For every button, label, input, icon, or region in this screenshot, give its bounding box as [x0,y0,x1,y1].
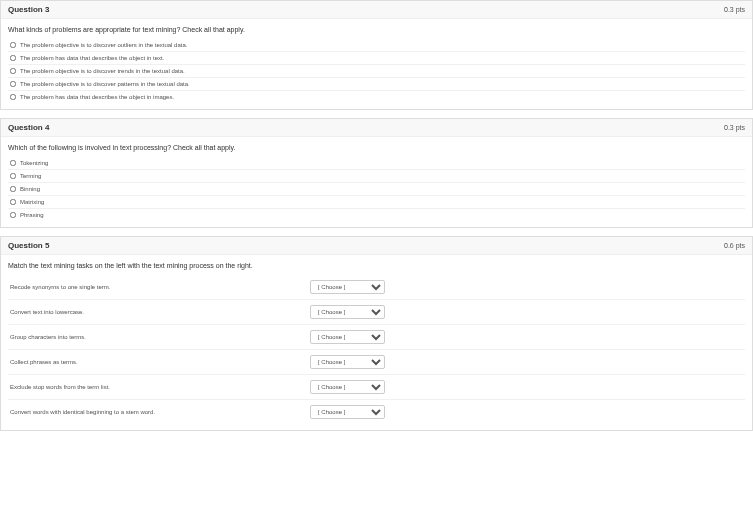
question-4-body: Which of the following is involved in te… [1,137,752,227]
match-label: Group characters into terms. [10,334,310,340]
checkbox[interactable] [10,68,16,74]
option-label: The problem objective is to discover out… [20,42,187,48]
match-select[interactable]: [ Choose ] [310,405,385,419]
match-label: Exclude stop words from the term list. [10,384,310,390]
question-3: Question 3 0.3 pts What kinds of problem… [0,0,753,110]
question-5-body: Match the text mining tasks on the left … [1,255,752,430]
checkbox[interactable] [10,186,16,192]
option-label: Binning [20,186,40,192]
checkbox[interactable] [10,42,16,48]
option-label: Matrixing [20,199,44,205]
match-row: Exclude stop words from the term list. [… [8,375,745,400]
question-5: Question 5 0.6 pts Match the text mining… [0,236,753,431]
question-4-option[interactable]: Matrixing [8,196,745,209]
match-label: Recode synonyms to one single term. [10,284,310,290]
match-row: Group characters into terms. [ Choose ] [8,325,745,350]
question-3-header: Question 3 0.3 pts [1,1,752,19]
question-4-points: 0.3 pts [724,124,745,131]
match-select[interactable]: [ Choose ] [310,330,385,344]
checkbox[interactable] [10,160,16,166]
question-3-option[interactable]: The problem has data that describes the … [8,52,745,65]
question-4-title: Question 4 [8,123,49,132]
question-4: Question 4 0.3 pts Which of the followin… [0,118,753,228]
option-label: The problem objective is to discover pat… [20,81,190,87]
question-3-title: Question 3 [8,5,49,14]
question-4-option[interactable]: Terming [8,170,745,183]
question-4-option[interactable]: Tokenizing [8,157,745,170]
match-select[interactable]: [ Choose ] [310,380,385,394]
question-4-option[interactable]: Binning [8,183,745,196]
option-label: Tokenizing [20,160,48,166]
checkbox[interactable] [10,94,16,100]
question-3-points: 0.3 pts [724,6,745,13]
question-5-points: 0.6 pts [724,242,745,249]
match-row: Convert words with identical beginning t… [8,400,745,424]
option-label: Terming [20,173,41,179]
question-4-option[interactable]: Phrasing [8,209,745,221]
match-label: Collect phrases as terms. [10,359,310,365]
question-3-option[interactable]: The problem objective is to discover tre… [8,65,745,78]
question-5-header: Question 5 0.6 pts [1,237,752,255]
question-5-prompt: Match the text mining tasks on the left … [8,262,745,269]
match-select[interactable]: [ Choose ] [310,305,385,319]
option-label: The problem objective is to discover tre… [20,68,185,74]
checkbox[interactable] [10,212,16,218]
match-label: Convert text into lowercase. [10,309,310,315]
checkbox[interactable] [10,55,16,61]
checkbox[interactable] [10,81,16,87]
match-row: Collect phrases as terms. [ Choose ] [8,350,745,375]
match-select[interactable]: [ Choose ] [310,355,385,369]
option-label: The problem has data that describes the … [20,55,164,61]
checkbox[interactable] [10,173,16,179]
checkbox[interactable] [10,199,16,205]
question-3-option[interactable]: The problem objective is to discover out… [8,39,745,52]
match-label: Convert words with identical beginning t… [10,409,310,415]
match-row: Convert text into lowercase. [ Choose ] [8,300,745,325]
question-3-option[interactable]: The problem objective is to discover pat… [8,78,745,91]
option-label: Phrasing [20,212,44,218]
match-select[interactable]: [ Choose ] [310,280,385,294]
question-3-prompt: What kinds of problems are appropriate f… [8,26,745,33]
question-4-prompt: Which of the following is involved in te… [8,144,745,151]
question-5-title: Question 5 [8,241,49,250]
match-row: Recode synonyms to one single term. [ Ch… [8,275,745,300]
question-3-option[interactable]: The problem has data that describes the … [8,91,745,103]
option-label: The problem has data that describes the … [20,94,174,100]
question-3-body: What kinds of problems are appropriate f… [1,19,752,109]
question-4-header: Question 4 0.3 pts [1,119,752,137]
